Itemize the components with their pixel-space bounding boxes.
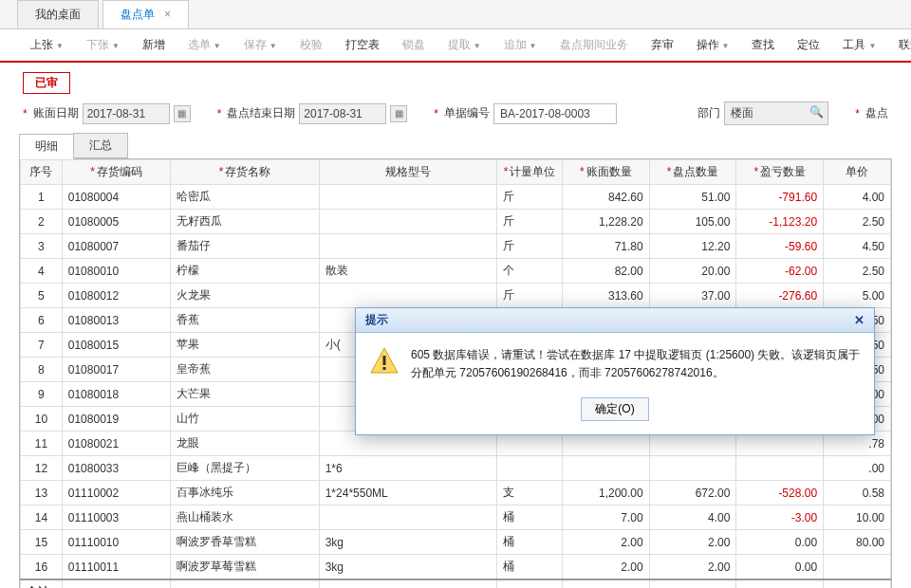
toolbar-弃审[interactable]: 弃审: [640, 33, 685, 57]
toolbar-联查[interactable]: 联查▼: [887, 33, 911, 57]
tab-stocktake[interactable]: 盘点单×: [102, 0, 189, 28]
toolbar-新增[interactable]: 新增: [131, 33, 177, 57]
sub-tabs: 明细 汇总: [19, 133, 892, 159]
cell: 15: [21, 530, 63, 555]
cell: 01080017: [62, 358, 171, 382]
cell: 01080021: [62, 432, 171, 456]
cell: 2.00: [649, 555, 736, 580]
table-row[interactable]: 501080012火龙果斤313.6037.00-276.605.00: [21, 284, 891, 308]
end-date-label: 盘点结束日期: [227, 105, 295, 121]
col-header[interactable]: 单价: [824, 160, 891, 185]
chevron-down-icon: ▼: [270, 42, 277, 50]
cell: 01110003: [62, 505, 171, 530]
cell: 01080018: [62, 382, 171, 407]
col-header[interactable]: 序号: [21, 160, 63, 185]
cell: 11: [21, 432, 63, 456]
cell: 7: [21, 333, 63, 358]
table-row[interactable]: 401080010柠檬散装个82.0020.00-62.002.50: [21, 259, 891, 284]
toolbar: 上张▼下张▼新增选单▼保存▼校验打空表锁盘提取▼追加▼盘点期间业务弃审操作▼查找…: [0, 29, 911, 63]
cell: 01080007: [62, 234, 171, 259]
dialog-ok-button[interactable]: 确定(O): [581, 397, 648, 421]
cell: 番茄仔: [171, 234, 319, 259]
cell: [497, 456, 563, 481]
toolbar-上张[interactable]: 上张▼: [19, 33, 75, 57]
cell: 桶: [497, 505, 563, 530]
chevron-down-icon: ▼: [530, 42, 537, 50]
cell: 313.60: [563, 284, 650, 308]
cell: 82.00: [563, 259, 650, 284]
table-row[interactable]: 1601110011啊波罗草莓雪糕3kg桶2.002.000.00: [21, 555, 891, 580]
table-row[interactable]: 301080007番茄仔斤71.8012.20-59.604.50: [21, 234, 891, 259]
cell: 皇帝蕉: [171, 358, 319, 382]
toolbar-提取[interactable]: 提取▼: [437, 33, 493, 57]
search-icon[interactable]: 🔍: [809, 105, 824, 119]
toolbar-查找[interactable]: 查找: [740, 33, 786, 57]
cell: 01080033: [62, 456, 171, 481]
table-row[interactable]: 201080005无籽西瓜斤1,228.20105.00-1,123.202.5…: [21, 210, 891, 234]
toolbar-追加[interactable]: 追加▼: [493, 33, 548, 57]
calendar-icon[interactable]: ▦: [390, 105, 407, 122]
toolbar-打空表[interactable]: 打空表: [334, 33, 391, 57]
table-row[interactable]: 1301110002百事冰纯乐1*24*550ML支1,200.00672.00…: [21, 481, 891, 505]
toolbar-锁盘[interactable]: 锁盘: [391, 33, 437, 57]
subtab-detail[interactable]: 明细: [19, 134, 74, 159]
table-row[interactable]: 1201080033巨峰（黑提子）1*6.00: [21, 456, 891, 481]
cell: .00: [824, 456, 891, 481]
col-header[interactable]: 规格型号: [319, 160, 497, 185]
cell: 柠檬: [171, 259, 319, 284]
chevron-down-icon: ▼: [474, 42, 481, 50]
cell: [319, 505, 497, 530]
cell: [736, 456, 824, 481]
cell: [649, 456, 736, 481]
required-mark: *: [855, 107, 860, 120]
close-icon[interactable]: ✕: [854, 313, 865, 327]
cell: 1,435.60: [649, 579, 736, 588]
cell: 桶: [497, 555, 563, 580]
cell: 3kg: [319, 555, 497, 580]
calendar-icon[interactable]: ▦: [174, 105, 191, 122]
cell: 啊波罗草莓雪糕: [171, 555, 319, 580]
col-header[interactable]: *计量单位: [497, 160, 563, 185]
col-header[interactable]: *存货名称: [171, 160, 319, 185]
col-header[interactable]: *盘点数量: [649, 160, 736, 185]
end-date-input[interactable]: 2017-08-31: [299, 103, 386, 124]
col-header[interactable]: *盈亏数量: [736, 160, 824, 185]
table-row[interactable]: 1501110010啊波罗香草雪糕3kg桶2.002.000.0080.00: [21, 530, 891, 555]
toolbar-操作[interactable]: 操作▼: [685, 33, 741, 57]
cell: 合计: [21, 579, 63, 588]
dept-select[interactable]: 楼面🔍: [724, 101, 828, 125]
cell: 6: [21, 308, 63, 333]
table-row[interactable]: 101080004哈密瓜斤842.6051.00-791.604.00: [21, 185, 891, 210]
toolbar-盘点期间业务[interactable]: 盘点期间业务: [548, 33, 640, 57]
toolbar-选单[interactable]: 选单▼: [177, 33, 232, 57]
cell: 3: [21, 234, 63, 259]
cell: 斤: [497, 210, 563, 234]
col-header[interactable]: *账面数量: [563, 160, 650, 185]
chevron-down-icon: ▼: [56, 42, 64, 50]
dialog-header[interactable]: 提示 ✕: [356, 308, 874, 333]
cell: 9: [21, 382, 63, 407]
dept-label: 部门: [697, 105, 720, 121]
toolbar-工具[interactable]: 工具▼: [831, 33, 887, 57]
toolbar-下张[interactable]: 下张▼: [75, 33, 131, 57]
subtab-summary[interactable]: 汇总: [73, 133, 128, 158]
cell: -1,123.20: [736, 210, 824, 234]
cell: 01110011: [62, 555, 171, 580]
cell: 百事冰纯乐: [171, 481, 319, 505]
doc-no-input[interactable]: BA-2017-08-0003: [493, 103, 617, 124]
cell: -528.00: [736, 481, 824, 505]
toolbar-校验[interactable]: 校验: [288, 33, 334, 57]
table-row[interactable]: 1401110003燕山桶装水桶7.004.00-3.0010.00: [21, 505, 891, 530]
cell: 105.00: [649, 210, 736, 234]
book-date-input[interactable]: 2017-08-31: [83, 103, 170, 124]
cell: [824, 579, 891, 588]
tab-desktop[interactable]: 我的桌面: [17, 0, 99, 28]
required-mark: *: [217, 107, 222, 120]
cell: 哈密瓜: [171, 185, 319, 210]
close-icon[interactable]: ×: [164, 8, 171, 21]
cell: 2.50: [824, 210, 891, 234]
chevron-down-icon: ▼: [214, 42, 221, 50]
toolbar-定位[interactable]: 定位: [786, 33, 831, 57]
toolbar-保存[interactable]: 保存▼: [232, 33, 288, 57]
col-header[interactable]: *存货编码: [62, 160, 171, 185]
